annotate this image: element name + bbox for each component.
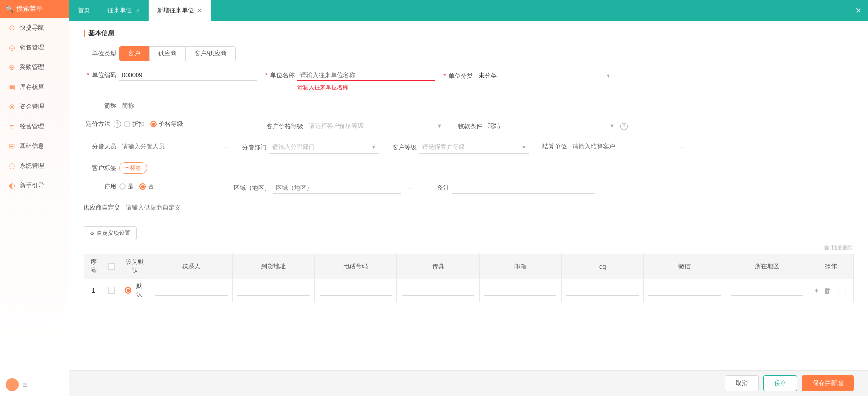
row-qq[interactable] <box>561 279 643 302</box>
row-drag-handle[interactable]: ⋮⋮ <box>835 286 849 295</box>
tab-partner-list-close[interactable]: ✕ <box>136 8 140 14</box>
unit-name-error: 请输入往来单位名称 <box>297 84 348 91</box>
pricing-help-icon[interactable]: ? <box>114 120 121 128</box>
row-add-btn[interactable]: ＋ <box>813 286 820 295</box>
col-fax: 传真 <box>397 254 479 279</box>
sidebar-item-inventory[interactable]: ▣ 库存核算 <box>0 77 69 97</box>
row-wechat[interactable] <box>644 279 726 302</box>
manager-field: 分管人员 ··· <box>84 141 229 152</box>
region-label: 区域（地区） <box>234 184 270 192</box>
supplier-custom-input[interactable] <box>123 202 257 213</box>
tab-partner-list[interactable]: 往来单位 ✕ <box>99 0 149 21</box>
sidebar-item-label: 系统管理 <box>20 162 44 170</box>
sidebar-item-guide[interactable]: ◐ 新手引导 <box>0 176 69 195</box>
save-new-button[interactable]: 保存并新增 <box>802 375 854 391</box>
cust-price-level-select[interactable]: 请选择客户价格等级 ▼ <box>306 120 445 132</box>
custom-settings-label: 自定义项设置 <box>97 229 130 237</box>
settlement-input[interactable] <box>570 141 673 152</box>
payment-chevron-icon: ▼ <box>609 123 615 129</box>
payment-terms-select[interactable]: 现结 ▼ <box>485 120 617 132</box>
table-row: 1 默认 <box>84 279 854 302</box>
gear-icon: ⚙ <box>90 230 95 237</box>
region-more-btn[interactable]: ··· <box>404 184 412 192</box>
select-all-checkbox[interactable] <box>108 263 115 270</box>
pricing-level-radio <box>150 121 157 127</box>
tab-partner-list-label: 往来单位 <box>107 6 132 15</box>
col-default: 设为默认 <box>120 254 150 279</box>
custom-settings-button[interactable]: ⚙ 自定义项设置 <box>84 226 137 240</box>
close-all-tabs[interactable]: ✕ <box>849 0 868 21</box>
row-checkbox[interactable] <box>108 287 115 294</box>
tab-home-label: 首页 <box>78 6 90 15</box>
save-button[interactable]: 保存 <box>763 375 797 391</box>
region-input[interactable] <box>273 182 401 194</box>
sidebar-item-purchase[interactable]: ⊕ 采购管理 <box>0 57 69 77</box>
sidebar-item-operations[interactable]: ≡ 经营管理 <box>0 116 69 136</box>
unit-type-both-btn[interactable]: 客户/供应商 <box>185 46 236 61</box>
col-qq: qq <box>561 254 643 279</box>
row-checkbox-cell <box>103 279 120 302</box>
disable-yes-option[interactable]: 是 <box>119 182 134 191</box>
sidebar-bottom: ≡ <box>0 373 69 396</box>
disable-no-option[interactable]: 否 <box>139 182 154 191</box>
cust-price-level-label: 客户价格等级 <box>266 122 303 131</box>
pricing-level-option[interactable]: 价格等级 <box>150 120 183 128</box>
sidebar-item-finance[interactable]: ⊗ 资金管理 <box>0 97 69 116</box>
cust-level-placeholder: 请选择客户等级 <box>422 143 519 151</box>
unit-category-select[interactable]: 未分类 ▼ <box>476 70 614 82</box>
disable-radio-group: 是 否 <box>119 182 154 191</box>
dept-label: 分管部门 <box>234 143 266 152</box>
manager-input[interactable] <box>119 141 218 152</box>
qq-input[interactable] <box>566 285 639 296</box>
settlement-more-btn[interactable]: ··· <box>676 143 684 151</box>
unit-type-row: 单位类型 客户 供应商 客户/供应商 <box>84 46 854 61</box>
dept-select[interactable]: 请输入分管部门 ▼ <box>269 141 379 154</box>
batch-delete-label[interactable]: 批量删除 <box>831 244 854 252</box>
system-icon: ◌ <box>8 162 16 170</box>
pricing-discount-option[interactable]: 折扣 <box>124 120 145 128</box>
abbr-input[interactable] <box>119 100 257 111</box>
sidebar-search[interactable]: 🔍 搜索菜单 <box>0 0 69 18</box>
unit-code-input[interactable] <box>119 70 257 81</box>
payment-help-icon[interactable]: ? <box>620 123 628 130</box>
abbr-label: 简称 <box>84 101 116 110</box>
row-delete-btn[interactable]: 🗑 <box>824 287 831 295</box>
tab-new-partner[interactable]: 新增往来单位 ✕ <box>149 0 211 21</box>
wechat-input[interactable] <box>648 285 721 296</box>
unit-type-customer-btn[interactable]: 客户 <box>119 46 149 61</box>
row-contact[interactable] <box>150 279 232 302</box>
row-phone[interactable] <box>315 279 397 302</box>
unit-category-label: * 单位分类 <box>440 72 473 80</box>
email-input[interactable] <box>484 285 556 296</box>
tab-new-partner-close[interactable]: ✕ <box>198 8 202 14</box>
row-address[interactable] <box>232 279 314 302</box>
row-default-cell: 默认 <box>120 279 150 302</box>
page-footer: 取消 保存 保存并新增 <box>69 370 868 396</box>
contact-input[interactable] <box>155 285 227 296</box>
row-default-option[interactable]: 默认 <box>125 282 145 299</box>
add-tag-button[interactable]: + 标签 <box>119 162 147 174</box>
row-email[interactable] <box>479 279 561 302</box>
cust-level-field: 客户等级 请选择客户等级 ▼ <box>384 141 529 154</box>
manager-more-btn[interactable]: ··· <box>221 143 229 151</box>
remark-input[interactable] <box>452 182 595 194</box>
address-input[interactable] <box>237 285 310 296</box>
cust-level-select[interactable]: 请选择客户等级 ▼ <box>419 141 529 154</box>
fax-input[interactable] <box>402 285 474 296</box>
area-input[interactable] <box>731 285 803 296</box>
cancel-button[interactable]: 取消 <box>725 375 759 391</box>
sidebar-item-sales[interactable]: ◎ 销售管理 <box>0 38 69 57</box>
row-fax[interactable] <box>397 279 479 302</box>
pricing-discount-label: 折扣 <box>132 120 145 128</box>
tab-home[interactable]: 首页 <box>69 0 99 21</box>
unit-type-supplier-btn[interactable]: 供应商 <box>149 46 185 61</box>
phone-input[interactable] <box>320 285 392 296</box>
row-area[interactable] <box>726 279 808 302</box>
unit-name-input[interactable] <box>297 70 435 81</box>
sidebar-item-quick-nav[interactable]: ⊙ 快捷导航 <box>0 18 69 38</box>
sidebar-item-system[interactable]: ◌ 系统管理 <box>0 156 69 176</box>
sidebar-bottom-icon: ≡ <box>23 380 28 390</box>
sidebar-item-basic-info[interactable]: ⊞ 基础信息 <box>0 136 69 156</box>
supplier-custom-row: 供应商自定义 <box>84 202 854 213</box>
row-seq: 1 <box>84 279 103 302</box>
